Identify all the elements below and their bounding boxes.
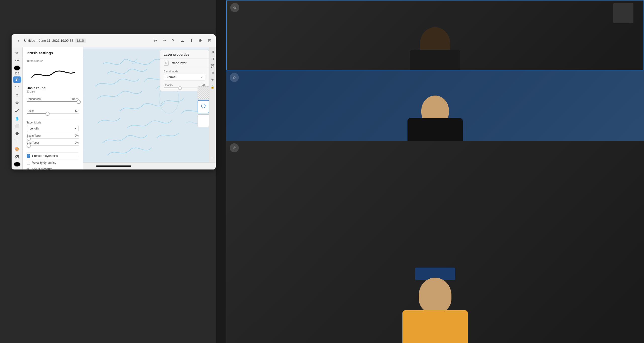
tool-select[interactable]: ✦ [13, 92, 21, 98]
brush-size-display: 20.5 [15, 72, 19, 75]
layer-thumbnails [198, 86, 209, 127]
app-container: ‹ Untitled – June 11, 2021 19:09:38 121%… [0, 0, 216, 343]
person3-shirt [402, 310, 468, 343]
person2-background [226, 70, 644, 141]
settings-icon[interactable]: ⚙ [198, 38, 203, 44]
taper-mode-dropdown[interactable]: Length ▾ [27, 125, 79, 132]
person3-pin-button[interactable]: ☆ [230, 143, 239, 152]
angle-track[interactable] [27, 113, 79, 114]
layer-panel-title: Layer properties [160, 50, 209, 59]
begin-taper-row: Begin Taper 0% [27, 134, 79, 139]
home-indicator [96, 165, 131, 167]
layer-properties-panel: Layer properties 🖼 Image layer Blend mod… [160, 50, 209, 91]
image-layer-row: 🖼 Image layer [160, 59, 209, 68]
angle-section: Angle 81° [23, 107, 83, 119]
image-layer-label: Image layer [171, 61, 187, 65]
pressure-dynamics-checkbox[interactable]: ✓ [27, 154, 30, 158]
add-layer-icon[interactable]: ⊕ [210, 70, 215, 75]
end-taper-label-row: End Taper 0% [27, 141, 79, 144]
layer-thumb-2[interactable] [198, 100, 209, 113]
tool-move[interactable]: ✥ [13, 100, 21, 106]
tool-eraser[interactable]: ⬜ [13, 123, 21, 129]
taper-mode-value: Length [29, 127, 39, 130]
begin-taper-track[interactable] [27, 138, 79, 139]
left-toolbar: ✏ 〜 20.5 🖌 〰 ✦ ✥ 🖊 💧 ⬜ ⬟ T 🎨 🖼 [12, 47, 23, 169]
tool-eyedropper[interactable]: 💧 [13, 115, 21, 121]
angle-row: Angle 81° [27, 109, 79, 112]
header-left: ‹ Untitled – June 11, 2021 19:09:38 121% [15, 37, 86, 44]
more-icon[interactable]: ⋯ [210, 155, 215, 160]
roundness-row: Roundness 100% [27, 97, 79, 100]
hide-layer-icon[interactable]: 👁 [210, 77, 215, 82]
tool-pen[interactable]: 🖊 [13, 107, 21, 114]
chat-icon[interactable]: 💬 [210, 63, 215, 68]
begin-taper-label-row: Begin Taper 0% [27, 134, 79, 137]
end-taper-thumb[interactable] [27, 144, 31, 148]
angle-value: 81° [74, 109, 79, 112]
dynamics-section: ✓ Pressure dynamics › Velocity dynamics … [23, 150, 83, 169]
velocity-dynamics-label: Velocity dynamics [32, 161, 56, 164]
foreground-color[interactable] [14, 65, 21, 71]
cloud-icon[interactable]: ☁ [179, 38, 185, 44]
begin-taper-thumb[interactable] [27, 137, 31, 141]
taper-dropdown-chevron: ▾ [74, 127, 76, 130]
brush-name: Basic round [23, 85, 83, 90]
redo-icon[interactable]: ↪ [161, 38, 167, 44]
taper-mode-row: Taper Mode Length ▾ [27, 121, 79, 132]
blend-mode-label: Blend mode [164, 70, 205, 73]
person2-shirt [407, 118, 463, 141]
share-icon[interactable]: ⬆ [189, 38, 194, 44]
person1-shirt [410, 50, 460, 70]
person1-background [227, 1, 643, 70]
tool-color-picker[interactable]: 🎨 [13, 146, 21, 152]
image-layer-icon: 🖼 [164, 61, 169, 66]
undo-icon[interactable]: ↩ [152, 38, 158, 44]
tool-media[interactable]: 🖼 [13, 154, 21, 160]
velocity-dynamics-row: Velocity dynamics [27, 159, 79, 166]
opacity-fill [164, 88, 178, 88]
wall-art [613, 3, 633, 23]
adjustments-icon[interactable]: ⊟ [210, 56, 215, 61]
velocity-dynamics-checkbox[interactable] [27, 161, 30, 164]
tool-brush[interactable]: 🖌 [13, 76, 21, 83]
person3-head [419, 278, 451, 313]
angle-fill [27, 113, 48, 114]
layer-thumb-3[interactable] [198, 114, 209, 127]
stylus-row: ✒ Stylus pressure [27, 166, 79, 169]
roundness-thumb[interactable] [77, 100, 81, 104]
fullscreen-icon[interactable]: ⊡ [207, 38, 212, 44]
blend-dropdown-chevron: ▾ [201, 75, 203, 79]
tool-smudge[interactable]: 〜 [13, 58, 21, 64]
video-panel-person3: ☆ [226, 141, 644, 343]
brush-settings-panel: Brush settings Try this brush Basic roun… [23, 47, 83, 169]
person2-pin-button[interactable]: ☆ [230, 73, 239, 82]
zoom-level[interactable]: 121% [75, 38, 86, 43]
lock-icon[interactable]: 🔒 [210, 84, 215, 90]
pressure-dynamics-chevron[interactable]: › [78, 154, 79, 158]
layer-thumb-1[interactable] [198, 86, 209, 99]
right-panel-icons: ⊞ ⊟ 💬 ⊕ 👁 🔒 ⋯ ⬜ [209, 47, 216, 169]
person3-star-icon: ☆ [233, 146, 236, 150]
person1-pin-button[interactable]: ☆ [230, 3, 239, 12]
tool-text[interactable]: T [13, 138, 21, 145]
tool-draw[interactable]: ✏ [13, 50, 21, 56]
opacity-thumb[interactable] [178, 86, 182, 90]
layers-icon[interactable]: ⊞ [210, 49, 215, 54]
brush-panel-title: Brush settings [23, 47, 83, 57]
back-button[interactable]: ‹ [15, 37, 22, 44]
end-taper-track[interactable] [27, 145, 79, 146]
person1-star-icon: ☆ [233, 5, 237, 10]
blend-mode-dropdown[interactable]: Normal ▾ [164, 74, 205, 80]
person3-background [226, 141, 644, 343]
header-controls: ↩ ↪ ? ☁ ⬆ ⚙ ⊡ [152, 38, 212, 44]
tool-wave[interactable]: 〰 [13, 84, 21, 91]
active-color-swatch[interactable] [14, 162, 21, 167]
roundness-label: Roundness [27, 97, 41, 100]
app-window: ‹ Untitled – June 11, 2021 19:09:38 121%… [12, 34, 216, 169]
help-icon[interactable]: ? [170, 38, 176, 44]
roundness-track[interactable] [27, 101, 79, 102]
tool-fill[interactable]: ⬟ [13, 131, 21, 137]
stylus-icon: ✒ [27, 167, 30, 169]
angle-thumb[interactable] [45, 112, 50, 116]
try-brush-label: Try this brush [23, 57, 83, 63]
